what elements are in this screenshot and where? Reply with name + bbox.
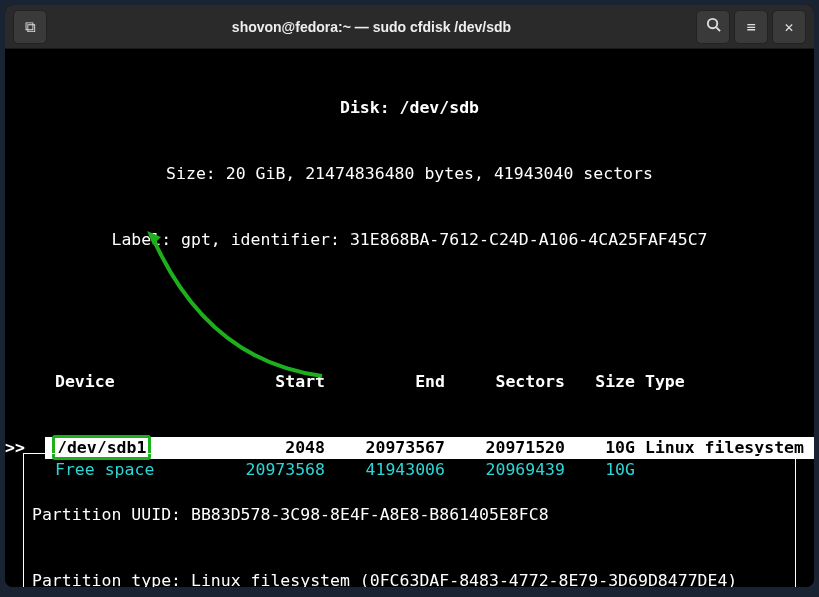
hdr-device: Device [45,371,215,393]
svg-point-0 [707,19,716,28]
new-tab-button[interactable]: ⧉ [13,10,47,44]
terminal-window: ⧉ shovon@fedora:~ — sudo cfdisk /dev/sdb… [5,5,814,587]
svg-line-1 [716,27,720,31]
terminal-body[interactable]: Disk: /dev/sdb Size: 20 GiB, 21474836480… [5,49,814,587]
new-tab-icon: ⧉ [25,18,36,36]
hdr-size: Size [565,371,635,393]
hdr-end: End [325,371,445,393]
hdr-sectors: Sectors [445,371,565,393]
table-header-row: Device Start End Sectors Size Type [5,371,814,393]
disk-label-line: Label: gpt, identifier: 31E868BA-7612-C2… [5,229,814,251]
partition-type: Partition type: Linux filesystem (0FC63D… [32,570,787,587]
search-button[interactable] [696,10,730,44]
partition-info-box: Partition UUID: BB83D578-3C98-8E4F-A8E8-… [23,453,796,587]
close-icon: ✕ [784,18,793,36]
search-icon [706,17,721,36]
menu-button[interactable]: ≡ [734,10,768,44]
titlebar: ⧉ shovon@fedora:~ — sudo cfdisk /dev/sdb… [5,5,814,49]
disk-size-line: Size: 20 GiB, 21474836480 bytes, 4194304… [5,163,814,185]
hdr-start: Start [215,371,325,393]
hdr-type: Type [635,371,805,393]
menu-icon: ≡ [746,18,755,36]
window-title: shovon@fedora:~ — sudo cfdisk /dev/sdb [49,19,694,35]
close-button[interactable]: ✕ [772,10,806,44]
partition-uuid: Partition UUID: BB83D578-3C98-8E4F-A8E8-… [32,504,787,526]
disk-title: Disk: /dev/sdb [5,97,814,119]
